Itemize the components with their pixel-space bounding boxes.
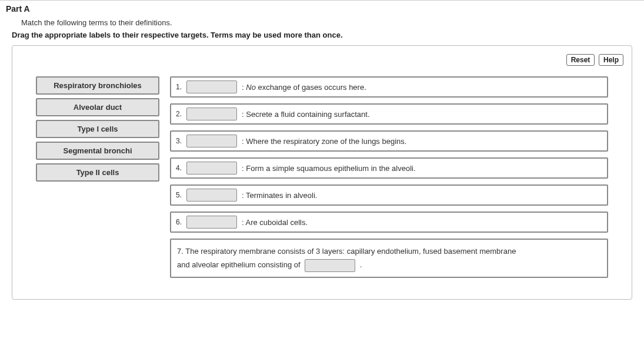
draggable-label[interactable]: Type II cells xyxy=(36,163,159,182)
drop-slot[interactable] xyxy=(186,189,237,202)
target-text: : Secrete a fluid containing surfactant. xyxy=(242,110,370,119)
help-button[interactable]: Help xyxy=(599,54,623,66)
target-number: 4. xyxy=(176,164,182,172)
target-number: 3. xyxy=(176,137,182,145)
target-number: 1. xyxy=(176,83,182,91)
target-text: : Are cuboidal cells. xyxy=(242,218,308,227)
reset-button[interactable]: Reset xyxy=(566,54,595,66)
target-number: 2. xyxy=(176,110,182,118)
draggable-label[interactable]: Segmental bronchi xyxy=(36,142,159,160)
part-header: Part A xyxy=(0,1,644,15)
target-text: : Where the respiratory zone of the lung… xyxy=(242,137,406,146)
drop-slot[interactable] xyxy=(186,216,237,229)
target-row: 7. The respiratory membrane consists of … xyxy=(170,239,608,278)
target-row: 5. : Terminates in alveoli. xyxy=(170,184,608,206)
label-bank: Respiratory bronchioles Alveolar duct Ty… xyxy=(36,76,159,185)
panel-toolbar: Reset Help xyxy=(21,54,623,66)
target-number: 5. xyxy=(176,191,182,199)
intro-text: Match the following terms to their defin… xyxy=(0,15,644,29)
target-row: 2. : Secrete a fluid containing surfacta… xyxy=(170,103,608,125)
target-text: 7. The respiratory membrane consists of … xyxy=(177,247,516,256)
target-number: 6. xyxy=(176,218,182,226)
target-row: 6. : Are cuboidal cells. xyxy=(170,212,608,233)
target-column: 1. : No exchange of gases occurs here. 2… xyxy=(170,76,608,284)
drop-slot[interactable] xyxy=(186,80,237,93)
drop-slot[interactable] xyxy=(186,162,237,175)
instruction-text: Drag the appropriate labels to their res… xyxy=(0,29,644,45)
target-row: 3. : Where the respiratory zone of the l… xyxy=(170,130,608,152)
target-text: . xyxy=(360,260,362,269)
drop-slot[interactable] xyxy=(186,135,237,147)
draggable-label[interactable]: Type I cells xyxy=(36,120,159,138)
target-text: : Terminates in alveoli. xyxy=(242,191,317,200)
target-text: and alveolar epithelium consisting of xyxy=(177,260,301,269)
draggable-label[interactable]: Alveolar duct xyxy=(36,98,159,116)
drop-slot[interactable] xyxy=(305,259,355,272)
target-text: : Form a simple squamous epithelium in t… xyxy=(242,164,416,173)
target-text: : No exchange of gases occurs here. xyxy=(242,83,366,92)
target-row: 4. : Form a simple squamous epithelium i… xyxy=(170,157,608,179)
target-row: 1. : No exchange of gases occurs here. xyxy=(170,76,608,98)
exercise-panel: Reset Help Respiratory bronchioles Alveo… xyxy=(12,45,632,300)
draggable-label[interactable]: Respiratory bronchioles xyxy=(36,76,159,95)
drop-slot[interactable] xyxy=(186,108,237,120)
